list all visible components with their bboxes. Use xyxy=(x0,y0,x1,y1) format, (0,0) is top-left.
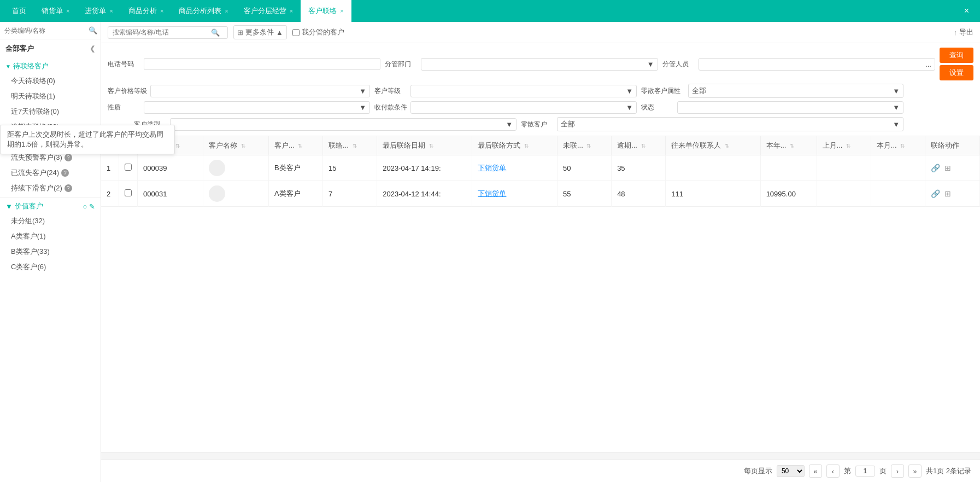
horizontal-scrollbar[interactable] xyxy=(101,452,980,460)
link-action-icon[interactable]: 🔗 xyxy=(931,164,940,172)
sidebar-item-class-c[interactable]: C类客户(6) xyxy=(0,259,101,275)
col-contact[interactable]: 联络... ⇅ xyxy=(323,136,377,155)
col-name[interactable]: 客户名称 ⇅ xyxy=(203,136,268,155)
col-customer-type[interactable]: 客户... ⇅ xyxy=(268,136,322,155)
window-close-button[interactable]: × xyxy=(958,6,976,16)
row-contact-count: 7 xyxy=(323,181,377,207)
close-icon[interactable]: × xyxy=(109,8,113,14)
sidebar-item-declining[interactable]: 持续下滑客户(2) ? xyxy=(0,181,101,196)
close-icon[interactable]: × xyxy=(225,8,228,14)
grid-action-icon[interactable]: ⊞ xyxy=(944,164,951,172)
nav-purchase-order[interactable]: 进货单 × xyxy=(77,0,120,22)
row-num: 1 xyxy=(101,155,119,181)
col-last-month[interactable]: 上月... ⇅ xyxy=(817,136,871,155)
manager-select[interactable]: ... xyxy=(699,58,935,71)
query-button[interactable]: 查询 xyxy=(940,48,973,63)
col-last-contact-date[interactable]: 最后联络日期 ⇅ xyxy=(377,136,472,155)
sidebar-item-ungrouped[interactable]: 未分组(32) xyxy=(0,213,101,229)
export-button[interactable]: ↑ 导出 xyxy=(954,27,974,37)
customer-level-select[interactable]: ▼ xyxy=(410,85,637,97)
contact-method-link[interactable]: 下销货单 xyxy=(478,164,506,172)
sidebar-search-icon[interactable]: 🔍 xyxy=(89,26,97,34)
per-page-select[interactable]: 50 20 100 xyxy=(777,465,805,477)
retail-customer-label: 零散客户 xyxy=(521,120,554,129)
my-customer-checkbox[interactable]: 我分管的客户 xyxy=(292,27,344,37)
customer-type-select[interactable]: ▼ xyxy=(170,118,517,131)
col-this-year[interactable]: 本年... ⇅ xyxy=(760,136,817,155)
filter-row-2: 客户价格等级 ▼ 客户等级 ▼ 零散客户属性 全部 xyxy=(108,84,973,98)
col-last-contact-method[interactable]: 最后联络方式 ⇅ xyxy=(472,136,558,155)
row-last-month xyxy=(817,155,871,181)
grid-action-icon[interactable]: ⊞ xyxy=(944,189,951,198)
sidebar-item-7days-pending[interactable]: 近7天待联络(0) xyxy=(0,104,101,119)
filter-row-3: 性质 ▼ 收付款条件 ▼ 状态 xyxy=(108,101,973,114)
close-icon[interactable]: × xyxy=(340,8,343,14)
my-customer-check[interactable] xyxy=(292,29,300,36)
row-select-checkbox[interactable] xyxy=(125,189,132,196)
col-this-month[interactable]: 本月... ⇅ xyxy=(871,136,925,155)
first-page-button[interactable]: « xyxy=(809,464,822,478)
nav-customer-segment[interactable]: 客户分层经营 × xyxy=(236,0,301,22)
dept-select[interactable]: ▼ xyxy=(421,58,658,71)
status-select[interactable]: ▼ xyxy=(677,101,903,114)
nav-customer-contact[interactable]: 客户联络 × xyxy=(301,0,351,22)
nav-home[interactable]: 首页 xyxy=(4,0,34,22)
sort-icon: ⇅ xyxy=(900,143,905,149)
sidebar-item-class-b[interactable]: B类客户(33) xyxy=(0,244,101,259)
settings-button[interactable]: 设置 xyxy=(940,65,973,80)
more-conditions-button[interactable]: ⊞ 更多条件 ▲ xyxy=(233,25,287,39)
col-overdue[interactable]: 逾期... ⇅ xyxy=(612,136,666,155)
sort-icon: ⇅ xyxy=(241,143,245,149)
page-number-input[interactable] xyxy=(855,466,875,477)
contact-method-link[interactable]: 下销货单 xyxy=(478,189,506,198)
col-unlisted[interactable]: 未联... ⇅ xyxy=(557,136,611,155)
sort-icon: ⇅ xyxy=(353,143,357,149)
sidebar-all-customers[interactable]: 全部客户 ❮ xyxy=(0,39,101,58)
link-action-icon[interactable]: 🔗 xyxy=(931,189,940,198)
edit-icon[interactable]: ○ ✎ xyxy=(83,202,95,211)
customer-level-field: 客户等级 ▼ xyxy=(374,85,637,97)
per-page-label: 每页显示 xyxy=(744,466,772,476)
all-customers-label: 全部客户 xyxy=(5,44,34,54)
row-actions: 🔗 ⊞ xyxy=(925,181,979,207)
sidebar-search-input[interactable] xyxy=(4,27,86,34)
arrow-icon: ▼ xyxy=(5,202,13,211)
retail-attr-select[interactable]: 全部 ▼ xyxy=(688,84,903,98)
sidebar-item-tomorrow-pending[interactable]: 明天待联络(1) xyxy=(0,89,101,104)
sidebar-item-today-pending[interactable]: 今天待联络(0) xyxy=(0,73,101,89)
sort-icon: ⇅ xyxy=(298,143,302,149)
payment-select[interactable]: ▼ xyxy=(410,101,637,114)
sidebar-item-class-a[interactable]: A类客户(1) xyxy=(0,229,101,244)
sort-icon: ⇅ xyxy=(846,143,850,149)
sort-icon: ⇅ xyxy=(429,143,433,149)
sidebar-search-area: 🔍 xyxy=(0,22,101,39)
more-icon: ... xyxy=(925,60,931,68)
sidebar-item-churned[interactable]: 已流失客户(24) ? xyxy=(0,165,101,181)
sort-icon: ⇅ xyxy=(586,143,591,149)
row-name xyxy=(203,181,268,207)
col-contact-person[interactable]: 往来单位联系人 ⇅ xyxy=(666,136,760,155)
nav-sales-order[interactable]: 销货单 × xyxy=(34,0,77,22)
retail-customer-select[interactable]: 全部 ▼ xyxy=(557,117,903,131)
manager-field: 分管人员 ... xyxy=(662,58,935,71)
row-overdue: 35 xyxy=(612,155,666,181)
next-page-button[interactable]: › xyxy=(891,464,904,478)
last-page-button[interactable]: » xyxy=(908,464,922,478)
prev-page-button[interactable]: ‹ xyxy=(826,464,840,478)
phone-input[interactable] xyxy=(144,58,380,70)
content-area: 🔍 ⊞ 更多条件 ▲ 我分管的客户 ↑ 导出 电话号码 xyxy=(101,22,980,482)
chevron-down-icon: ▼ xyxy=(893,87,900,95)
search-button[interactable]: 🔍 xyxy=(211,28,220,37)
search-input[interactable] xyxy=(113,28,211,36)
close-icon[interactable]: × xyxy=(66,8,69,14)
row-select-checkbox[interactable] xyxy=(125,164,132,171)
nav-product-analysis-list[interactable]: 商品分析列表 × xyxy=(171,0,236,22)
search-wrap: 🔍 xyxy=(108,26,228,39)
price-level-select[interactable]: ▼ xyxy=(150,85,370,97)
gender-select[interactable]: ▼ xyxy=(144,101,370,114)
close-icon[interactable]: × xyxy=(160,8,163,14)
nav-product-analysis[interactable]: 商品分析 × xyxy=(121,0,171,22)
sidebar-value-section[interactable]: ▼ 价值客户 ○ ✎ xyxy=(0,199,101,213)
filter-panel: 电话号码 分管部门 ▼ 分管人员 ... 查询 xyxy=(101,43,980,136)
close-icon[interactable]: × xyxy=(290,8,293,14)
